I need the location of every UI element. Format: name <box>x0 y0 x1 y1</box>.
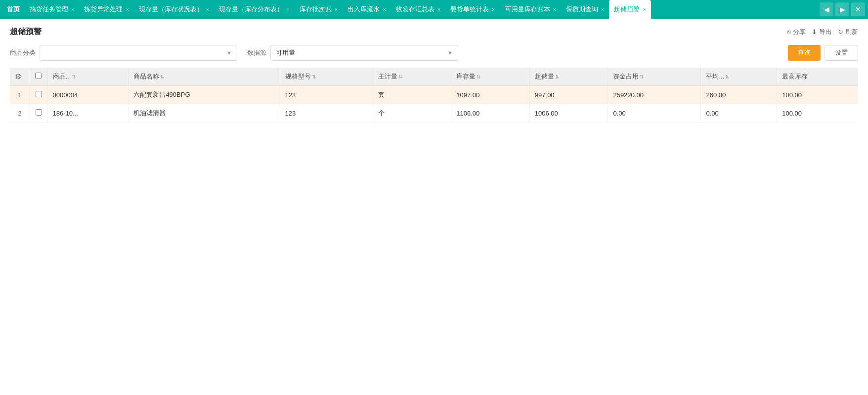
row-checkbox[interactable] <box>36 109 42 116</box>
col-label-avg: 平均... <box>706 73 724 80</box>
close-icon[interactable]: × <box>553 6 556 12</box>
close-icon[interactable]: × <box>286 6 289 12</box>
nav-close-button[interactable]: ✕ <box>851 2 865 16</box>
sort-icon-spec[interactable]: ⇅ <box>312 74 316 79</box>
col-capital[interactable]: 资金占用⇅ <box>608 68 701 86</box>
close-icon[interactable]: × <box>643 6 646 12</box>
cell-unit: 个 <box>373 104 451 122</box>
table-row[interactable]: 10000004六配套新昌490BPG123套1097.00997.002592… <box>10 86 858 104</box>
nav-item-shelf-life[interactable]: 保质期查询 × <box>561 0 609 19</box>
datasource-filter: 数据源 可用量 ▼ <box>247 45 458 61</box>
export-button[interactable]: ⬇ 导出 <box>812 28 832 37</box>
sort-icon-unit[interactable]: ⇅ <box>398 74 402 79</box>
nav-item-batch-account[interactable]: 库存批次账 × <box>295 0 343 19</box>
row-checkbox-cell[interactable] <box>30 104 47 122</box>
nav-prev-button[interactable]: ◀ <box>820 2 833 16</box>
close-icon[interactable]: × <box>335 6 338 12</box>
export-icon: ⬇ <box>812 28 817 36</box>
cell-stock: 1097.00 <box>451 86 530 104</box>
close-icon[interactable]: × <box>492 6 495 12</box>
nav-item-overstock[interactable]: 超储预警 × <box>609 0 651 19</box>
refresh-button[interactable]: ↻ 刷新 <box>838 28 858 37</box>
nav-item-home[interactable]: 首页 <box>2 0 25 19</box>
col-spec[interactable]: 规格型号⇅ <box>280 68 373 86</box>
share-button[interactable]: ⎋ 分享 <box>787 28 806 37</box>
datasource-label: 数据源 <box>247 48 266 57</box>
sort-icon-stock[interactable]: ⇅ <box>477 74 480 79</box>
close-icon[interactable]: × <box>71 6 74 12</box>
col-label-unit: 主计量 <box>378 73 397 80</box>
sort-icon-capital[interactable]: ⇅ <box>640 74 644 79</box>
cell-capital: 0.00 <box>608 104 701 122</box>
filter-row: 商品分类 ▼ 数据源 可用量 ▼ 查询 设置 <box>10 45 858 61</box>
cell-maxstock: 100.00 <box>777 104 858 122</box>
close-icon[interactable]: × <box>437 6 440 12</box>
sort-icon-avg[interactable]: ⇅ <box>725 74 729 79</box>
nav-item-task-mgmt[interactable]: 拣货任务管理 × <box>25 0 79 19</box>
settings-button[interactable]: 设置 <box>825 45 858 61</box>
nav-arrows: ◀ ▶ ✕ <box>819 2 866 16</box>
nav-item-stock-dist[interactable]: 现存量（库存分布表） × <box>214 0 294 19</box>
chevron-down-icon2: ▼ <box>447 50 453 56</box>
gear-settings-icon[interactable]: ⚙ <box>15 72 21 80</box>
nav-item-stock-status[interactable]: 现存量（库存状况表） × <box>134 0 214 19</box>
close-icon[interactable]: × <box>383 6 386 12</box>
cell-code: 0000004 <box>47 86 129 104</box>
nav-item-order-stats[interactable]: 要货单统计表 × <box>445 0 500 19</box>
cell-code: 186-10... <box>47 104 129 122</box>
close-icon[interactable]: × <box>206 6 209 12</box>
col-label-overstock: 超储量 <box>535 73 554 80</box>
col-label-spec: 规格型号 <box>285 73 311 80</box>
cell-avg: 0.00 <box>701 104 777 122</box>
cell-name: 机油滤清器 <box>129 104 280 122</box>
col-code[interactable]: 商品...⇅ <box>47 68 129 86</box>
table-body: 10000004六配套新昌490BPG123套1097.00997.002592… <box>10 86 858 122</box>
select-all-checkbox[interactable] <box>35 73 42 79</box>
nav-item-flow[interactable]: 出入库流水 × <box>343 0 391 19</box>
col-label-maxstock: 最高库存 <box>782 73 808 80</box>
nav-item-summary[interactable]: 收发存汇总表 × <box>391 0 445 19</box>
col-maxstock: 最高库存 <box>777 68 858 86</box>
close-icon[interactable]: × <box>126 6 129 12</box>
data-table: ⚙商品...⇅商品名称⇅规格型号⇅主计量⇅库存量⇅超储量⇅资金占用⇅平均...⇅… <box>10 68 858 122</box>
query-button[interactable]: 查询 <box>788 45 821 61</box>
nav-next-button[interactable]: ▶ <box>835 2 849 16</box>
col-check[interactable] <box>30 68 47 86</box>
col-name[interactable]: 商品名称⇅ <box>129 68 280 86</box>
header-actions: ⎋ 分享 ⬇ 导出 ↻ 刷新 <box>787 28 858 37</box>
sort-icon-overstock[interactable]: ⇅ <box>555 74 559 79</box>
row-num: 2 <box>10 104 30 122</box>
col-overstock[interactable]: 超储量⇅ <box>529 68 608 86</box>
cell-spec: 123 <box>280 104 373 122</box>
cell-unit: 套 <box>373 86 451 104</box>
datasource-value: 可用量 <box>276 48 295 57</box>
nav-item-exception[interactable]: 拣货异常处理 × <box>79 0 133 19</box>
page-title: 超储预警 <box>10 27 42 37</box>
col-label-capital: 资金占用 <box>613 73 639 80</box>
nav-item-available-book[interactable]: 可用量库存账本 × <box>500 0 561 19</box>
col-label-name: 商品名称 <box>133 73 159 80</box>
datasource-select[interactable]: 可用量 ▼ <box>270 45 458 61</box>
col-stock[interactable]: 库存量⇅ <box>451 68 530 86</box>
col-gear: ⚙ <box>10 68 30 86</box>
cell-spec: 123 <box>280 86 373 104</box>
close-icon[interactable]: × <box>601 6 604 12</box>
sort-icon-code[interactable]: ⇅ <box>72 74 76 79</box>
cell-stock: 1106.00 <box>451 104 530 122</box>
row-checkbox-cell[interactable] <box>30 86 47 104</box>
sort-icon-name[interactable]: ⇅ <box>160 74 164 79</box>
col-unit[interactable]: 主计量⇅ <box>373 68 451 86</box>
cell-capital: 259220.00 <box>608 86 701 104</box>
col-label-stock: 库存量 <box>456 73 476 80</box>
col-avg[interactable]: 平均...⇅ <box>701 68 777 86</box>
category-select[interactable]: ▼ <box>40 45 237 61</box>
cell-maxstock: 100.00 <box>777 86 858 104</box>
table-row[interactable]: 2186-10...机油滤清器123个1106.001006.000.000.0… <box>10 104 858 122</box>
row-checkbox[interactable] <box>36 91 42 97</box>
share-icon: ⎋ <box>787 28 791 36</box>
chevron-down-icon: ▼ <box>226 50 232 56</box>
refresh-icon: ↻ <box>838 28 843 36</box>
cell-overstock: 1006.00 <box>529 104 608 122</box>
category-label: 商品分类 <box>10 48 36 57</box>
category-filter: 商品分类 ▼ <box>10 45 237 61</box>
